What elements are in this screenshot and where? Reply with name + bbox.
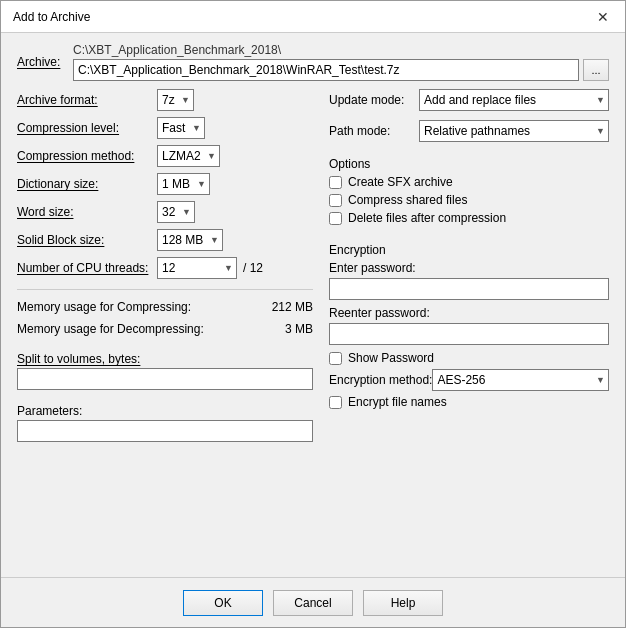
path-mode-select-wrapper: Relative pathnames ▼: [419, 120, 609, 142]
update-mode-row: Update mode: Add and replace files ▼: [329, 89, 609, 111]
bottom-bar: OK Cancel Help: [1, 577, 625, 627]
archive-label: Archive:: [17, 55, 67, 69]
format-label: Archive format:: [17, 93, 157, 107]
right-column: Update mode: Add and replace files ▼ Pat…: [329, 89, 609, 567]
left-column: Archive format: 7z ▼ Compression level: …: [17, 89, 313, 567]
create-sfx-row: Create SFX archive: [329, 175, 609, 189]
divider: [17, 289, 313, 290]
params-input[interactable]: [17, 420, 313, 442]
delete-after-row: Delete files after compression: [329, 211, 609, 225]
compression-level-row: Compression level: Fast ▼: [17, 117, 313, 139]
delete-after-label: Delete files after compression: [348, 211, 506, 225]
encryption-section: Encryption Enter password: Reenter passw…: [329, 241, 609, 413]
dictionary-size-select-wrapper: 1 MB ▼: [157, 173, 210, 195]
word-size-row: Word size: 32 ▼: [17, 201, 313, 223]
update-mode-label: Update mode:: [329, 93, 419, 107]
solid-block-row: Solid Block size: 128 MB ▼: [17, 229, 313, 251]
encryption-title: Encryption: [329, 243, 609, 257]
options-section: Options Create SFX archive Compress shar…: [329, 155, 609, 229]
cpu-threads-label: Number of CPU threads:: [17, 261, 157, 275]
split-input[interactable]: [17, 368, 313, 390]
dialog: Add to Archive ✕ Archive: C:\XBT_Applica…: [0, 0, 626, 628]
dialog-content: Archive: C:\XBT_Application_Benchmark_20…: [1, 33, 625, 577]
title-bar: Add to Archive ✕: [1, 1, 625, 33]
compression-method-row: Compression method: LZMA2 ▼: [17, 145, 313, 167]
solid-block-select[interactable]: 128 MB: [157, 229, 223, 251]
memory-decompress-label: Memory usage for Decompressing:: [17, 322, 204, 336]
path-mode-row: Path mode: Relative pathnames ▼: [329, 120, 609, 142]
word-size-label: Word size:: [17, 205, 157, 219]
enter-password-label: Enter password:: [329, 261, 609, 275]
archive-path-input[interactable]: [73, 59, 579, 81]
help-button[interactable]: Help: [363, 590, 443, 616]
compress-shared-label: Compress shared files: [348, 193, 467, 207]
compression-level-label: Compression level:: [17, 121, 157, 135]
reenter-password-input[interactable]: [329, 323, 609, 345]
encrypt-names-label: Encrypt file names: [348, 395, 447, 409]
compression-method-select-wrapper: LZMA2 ▼: [157, 145, 220, 167]
archive-path-static: C:\XBT_Application_Benchmark_2018\: [73, 43, 609, 57]
create-sfx-label: Create SFX archive: [348, 175, 453, 189]
format-select[interactable]: 7z: [157, 89, 194, 111]
show-password-row: Show Password: [329, 351, 609, 365]
format-row: Archive format: 7z ▼: [17, 89, 313, 111]
dictionary-size-label: Dictionary size:: [17, 177, 157, 191]
dictionary-size-select[interactable]: 1 MB: [157, 173, 210, 195]
word-size-select-wrapper: 32 ▼: [157, 201, 195, 223]
archive-row: Archive: C:\XBT_Application_Benchmark_20…: [17, 43, 609, 81]
format-select-wrapper: 7z ▼: [157, 89, 194, 111]
enter-password-input[interactable]: [329, 278, 609, 300]
encrypt-names-row: Encrypt file names: [329, 395, 609, 409]
browse-button[interactable]: ...: [583, 59, 609, 81]
cpu-threads-row: Number of CPU threads: 12 ▼ / 12: [17, 257, 313, 279]
encryption-method-label: Encryption method:: [329, 373, 432, 387]
path-mode-label: Path mode:: [329, 124, 419, 138]
params-label: Parameters:: [17, 404, 313, 418]
show-password-label: Show Password: [348, 351, 434, 365]
encryption-method-row: Encryption method: AES-256 ▼: [329, 369, 609, 391]
cpu-threads-select-wrapper: 12 ▼: [157, 257, 237, 279]
cpu-threads-max: / 12: [243, 261, 263, 275]
compress-shared-checkbox[interactable]: [329, 194, 342, 207]
encryption-method-select-wrapper: AES-256 ▼: [432, 369, 609, 391]
update-mode-select-wrapper: Add and replace files ▼: [419, 89, 609, 111]
cancel-button[interactable]: Cancel: [273, 590, 353, 616]
compression-level-select[interactable]: Fast: [157, 117, 205, 139]
memory-decompress-row: Memory usage for Decompressing: 3 MB: [17, 322, 313, 336]
memory-compress-row: Memory usage for Compressing: 212 MB: [17, 300, 313, 314]
compress-shared-row: Compress shared files: [329, 193, 609, 207]
dialog-title: Add to Archive: [13, 10, 90, 24]
ok-button[interactable]: OK: [183, 590, 263, 616]
update-mode-select[interactable]: Add and replace files: [419, 89, 609, 111]
reenter-password-label: Reenter password:: [329, 306, 609, 320]
main-area: Archive format: 7z ▼ Compression level: …: [17, 89, 609, 567]
word-size-select[interactable]: 32: [157, 201, 195, 223]
encryption-method-select[interactable]: AES-256: [432, 369, 609, 391]
show-password-checkbox[interactable]: [329, 352, 342, 365]
archive-col: C:\XBT_Application_Benchmark_2018\ ...: [73, 43, 609, 81]
archive-input-row: ...: [73, 59, 609, 81]
solid-block-select-wrapper: 128 MB ▼: [157, 229, 223, 251]
close-button[interactable]: ✕: [593, 7, 613, 27]
solid-block-label: Solid Block size:: [17, 233, 157, 247]
split-label: Split to volumes, bytes:: [17, 352, 313, 366]
options-title: Options: [329, 157, 609, 171]
memory-compress-label: Memory usage for Compressing:: [17, 300, 191, 314]
memory-decompress-value: 3 MB: [285, 322, 313, 336]
path-mode-select[interactable]: Relative pathnames: [419, 120, 609, 142]
delete-after-checkbox[interactable]: [329, 212, 342, 225]
memory-compress-value: 212 MB: [272, 300, 313, 314]
compression-level-select-wrapper: Fast ▼: [157, 117, 205, 139]
compression-method-select[interactable]: LZMA2: [157, 145, 220, 167]
create-sfx-checkbox[interactable]: [329, 176, 342, 189]
dictionary-size-row: Dictionary size: 1 MB ▼: [17, 173, 313, 195]
encrypt-names-checkbox[interactable]: [329, 396, 342, 409]
cpu-threads-select[interactable]: 12: [157, 257, 237, 279]
compression-method-label: Compression method:: [17, 149, 157, 163]
